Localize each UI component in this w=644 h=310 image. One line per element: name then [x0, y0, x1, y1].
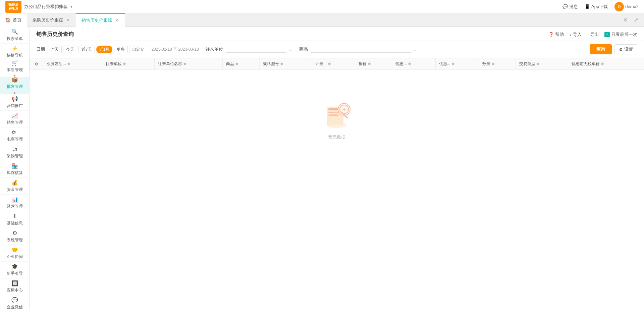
help-button[interactable]: ❓ 帮助	[548, 32, 564, 38]
finance-icon: 💰	[11, 179, 18, 186]
table-body: 暂无数据	[30, 70, 644, 167]
sort-biz-date[interactable]	[67, 62, 70, 65]
sidebar-item-wechat[interactable]: 💬 企业微信	[0, 295, 29, 310]
col-quoted-price[interactable]: 报价	[355, 58, 392, 70]
date-btn-yesterday[interactable]: 昨天	[48, 46, 62, 53]
product-input[interactable]	[311, 46, 411, 53]
import-button[interactable]: ↓ 导入	[569, 32, 582, 38]
col-discount1[interactable]: 优惠...	[392, 58, 435, 70]
import-icon: ↓	[569, 32, 572, 37]
sidebar-item-inventory[interactable]: 🏪 库存核算	[0, 161, 29, 178]
col-product[interactable]: 商品	[222, 58, 259, 70]
date-btn-1month[interactable]: 近1月	[96, 46, 113, 53]
tab-sales-close[interactable]: ✕	[114, 18, 119, 23]
sort-product[interactable]	[235, 62, 238, 65]
col-partner-name[interactable]: 往来单位名称	[154, 58, 222, 70]
product-filter-group: 商品 ...	[299, 46, 418, 53]
sidebar-label-enterprise: 企业协同	[7, 254, 23, 260]
sidebar-item-basic-info[interactable]: ℹ 基础信息	[0, 211, 29, 228]
partner-filter-group: 往来单位 ...	[206, 46, 292, 53]
sidebar-item-enterprise[interactable]: 🤝 企业协同	[0, 245, 29, 262]
sidebar-item-marketing[interactable]: 📢 营销推广	[0, 94, 29, 111]
col-partner-code-label: 往来单位	[106, 61, 122, 67]
topbar: 畅捷通 好生意 办公用品行业模拟账套 ▾ 💬 消息 📱 App下载 D demo…	[0, 0, 644, 13]
app-download-button[interactable]: 📱 App下载	[585, 4, 608, 10]
sort-pretax-price[interactable]	[601, 62, 604, 65]
partner-input[interactable]	[226, 46, 286, 53]
wechat-icon: 💬	[11, 297, 18, 303]
sort-down-icon	[537, 64, 539, 65]
tab-home[interactable]: 🏠 首页	[0, 13, 27, 27]
user-menu[interactable]: D demo2	[614, 2, 639, 11]
sidebar-label-inventory: 库存核算	[7, 170, 23, 176]
sort-down-icon	[492, 64, 494, 65]
sort-down-icon	[601, 64, 604, 65]
inventory-icon: 🏪	[11, 163, 18, 169]
column-settings-icon[interactable]: ⚙	[35, 62, 38, 66]
sort-discount1[interactable]	[408, 62, 411, 65]
sidebar-item-operations[interactable]: 📊 经营管理	[0, 195, 29, 211]
tab-purchase-label: 采购历史价跟踪	[33, 17, 63, 23]
sidebar-item-guide[interactable]: 🎓 新手引导	[0, 262, 29, 278]
sort-partner-name[interactable]	[183, 62, 186, 65]
settings-button[interactable]: ⚙ 设置	[614, 44, 637, 54]
only-last-checkbox-label[interactable]: 只看最后一次	[604, 32, 637, 38]
date-btn-7days[interactable]: 近7天	[78, 46, 95, 53]
sort-up-icon	[601, 62, 604, 64]
basic-info-icon: ℹ	[14, 213, 16, 219]
date-btn-today[interactable]: 今天	[63, 46, 77, 53]
sort-spec[interactable]	[280, 62, 283, 65]
sort-quantity[interactable]	[492, 62, 494, 65]
apps-icon: 🔲	[11, 280, 18, 287]
sidebar-item-sales-mgmt[interactable]: 📈 销售管理	[0, 111, 29, 127]
col-quantity[interactable]: 数量	[479, 58, 516, 70]
search-button[interactable]: 查询	[590, 44, 612, 54]
col-quantity-label: 数量	[482, 61, 490, 67]
sidebar-item-quick-nav[interactable]: ⚡ 快捷导航	[0, 44, 29, 60]
sidebar-label-wechat: 企业微信	[7, 305, 23, 310]
date-btn-more[interactable]: 更多	[114, 46, 128, 53]
col-quoted-price-label: 报价	[359, 61, 367, 67]
sort-up-icon	[452, 62, 454, 64]
settings-icon: ⚙	[619, 47, 623, 52]
sidebar-item-search-menu[interactable]: 🔍 搜索菜单	[0, 27, 29, 44]
col-settings[interactable]: ⚙	[30, 58, 43, 70]
date-btn-custom[interactable]: 自定义	[129, 46, 147, 53]
col-trade-type[interactable]: 交易类型	[516, 58, 568, 70]
sidebar-item-retail[interactable]: 🛒 零售管理 ▼	[0, 60, 29, 77]
sidebar-item-wholesale[interactable]: 📦 批发管理 ▲	[0, 77, 29, 94]
tab-sales-label: 销售历史价跟踪	[82, 17, 112, 23]
col-biz-date[interactable]: 业务发生...	[43, 58, 102, 70]
export-button[interactable]: ↑ 导出	[587, 32, 599, 38]
sort-quoted-price[interactable]	[368, 62, 371, 65]
sort-unit[interactable]	[328, 62, 331, 65]
avatar: D	[614, 2, 624, 11]
col-spec[interactable]: 规格型号	[259, 58, 312, 70]
expand-button[interactable]: ⤢	[632, 16, 640, 24]
message-button[interactable]: 💬 消息	[562, 4, 578, 10]
tab-sales-history[interactable]: 销售历史价跟踪 ✕	[76, 13, 125, 27]
date-filter-group: 日期 昨天 今天 近7天 近1月 更多 自定义 2023-02-18 至 202…	[36, 46, 199, 53]
close-all-button[interactable]: ✕	[621, 16, 629, 24]
search-menu-icon: 🔍	[11, 29, 18, 35]
sidebar-item-ecommerce[interactable]: 🛍 电商管理	[0, 127, 29, 144]
only-last-checkbox[interactable]	[604, 32, 610, 37]
tab-purchase-history[interactable]: 采购历史价跟踪 ✕	[27, 13, 76, 27]
sort-up-icon	[328, 62, 331, 64]
col-discount2[interactable]: 优惠...	[435, 58, 479, 70]
sidebar-item-apps[interactable]: 🔲 应用中心	[0, 278, 29, 295]
sidebar-label-guide: 新手引导	[7, 271, 23, 276]
col-unit[interactable]: 计量...	[312, 58, 355, 70]
tab-purchase-close[interactable]: ✕	[65, 17, 70, 23]
col-pretax-price-label: 优惠前无税单价	[572, 61, 600, 67]
sidebar-item-finance[interactable]: 💰 资金管理	[0, 178, 29, 195]
app-dropdown[interactable]: ▾	[70, 4, 72, 9]
col-pretax-price[interactable]: 优惠前无税单价	[568, 58, 644, 70]
sidebar-item-system[interactable]: ⚙ 系统管理	[0, 228, 29, 245]
sort-partner-code[interactable]	[123, 62, 126, 65]
col-partner-code[interactable]: 往来单位	[102, 58, 154, 70]
sort-trade-type[interactable]	[537, 62, 539, 65]
sidebar-item-purchase-mgmt[interactable]: 🗂 采购管理	[0, 144, 29, 161]
sort-discount2[interactable]	[452, 62, 454, 65]
retail-icon: 🛒	[11, 60, 18, 66]
